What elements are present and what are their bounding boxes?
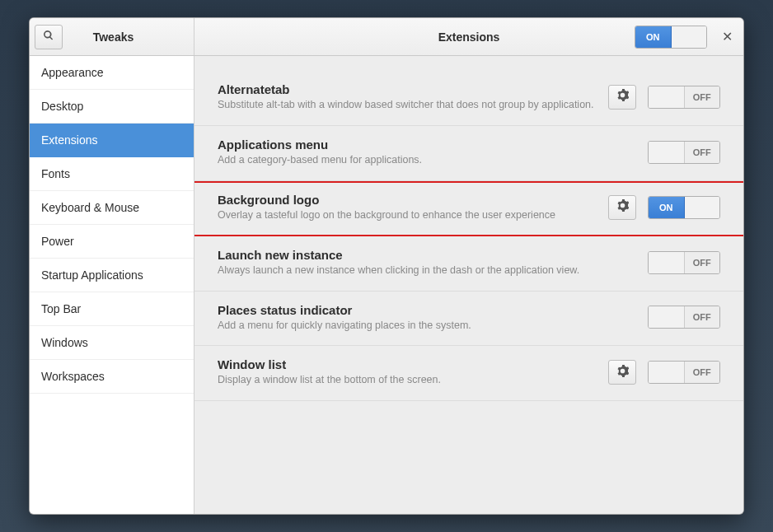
extension-row-background-logo: Background logoOverlay a tasteful logo o… (194, 181, 743, 236)
extensions-master-toggle[interactable]: ON OFF (635, 26, 707, 49)
extension-description: Add a category-based menu for applicatio… (218, 153, 636, 167)
sidebar-item-workspaces[interactable]: Workspaces (30, 360, 194, 394)
header-left: Tweaks (30, 18, 194, 55)
extension-toggle[interactable]: ONOFF (648, 251, 720, 274)
toggle-off-label: OFF (672, 26, 707, 48)
extension-toggle[interactable]: ONOFF (648, 196, 720, 219)
extension-toggle[interactable]: ONOFF (648, 306, 720, 329)
extension-row-window-list: Window listDisplay a window list at the … (194, 346, 743, 401)
extension-description: Add a menu for quickly navigating places… (218, 319, 636, 333)
extension-info: AlternatetabSubstitute alt-tab with a wi… (218, 82, 597, 112)
toggle-on-label: ON (649, 197, 685, 218)
sidebar-item-appearance[interactable]: Appearance (30, 56, 194, 90)
extension-info: Applications menuAdd a category-based me… (218, 138, 636, 167)
gear-icon (616, 199, 629, 215)
toggle-off-label: OFF (684, 306, 720, 328)
extension-description: Substitute alt-tab with a window based s… (218, 98, 597, 112)
toggle-off-label: OFF (684, 362, 720, 383)
extension-title: Window list (218, 357, 597, 371)
sidebar-item-keyboard-mouse[interactable]: Keyboard & Mouse (30, 191, 194, 225)
toggle-off-label: OFF (684, 142, 720, 163)
close-button[interactable]: ✕ (717, 27, 737, 47)
toggle-off-label: OFF (684, 86, 720, 108)
extension-row-applications-menu: Applications menuAdd a category-based me… (194, 126, 743, 181)
toggle-on-label: ON (649, 142, 684, 163)
extension-info: Places status indicatorAdd a menu for qu… (218, 303, 636, 333)
sidebar-item-label: Appearance (41, 66, 104, 79)
sidebar-item-power[interactable]: Power (30, 225, 194, 259)
extension-title: Background logo (218, 193, 597, 207)
toggle-on-label: ON (635, 26, 672, 48)
sidebar-item-label: Power (41, 235, 74, 248)
sidebar-item-label: Fonts (41, 167, 70, 180)
sidebar-item-fonts[interactable]: Fonts (30, 157, 194, 191)
sidebar-item-label: Workspaces (41, 370, 105, 383)
extension-title: Launch new instance (218, 248, 636, 262)
app-title: Tweaks (38, 30, 189, 44)
sidebar-item-label: Top Bar (41, 302, 81, 315)
extension-title: Applications menu (218, 138, 636, 152)
header-controls: ON OFF ✕ (635, 26, 737, 49)
close-icon: ✕ (722, 29, 733, 44)
toggle-on-label: ON (649, 252, 684, 273)
sidebar-item-extensions[interactable]: Extensions (30, 124, 194, 157)
extensions-content: AlternatetabSubstitute alt-tab with a wi… (194, 56, 743, 514)
extension-info: Launch new instanceAlways launch a new i… (218, 248, 636, 278)
extension-info: Window listDisplay a window list at the … (218, 357, 597, 387)
toggle-on-label: ON (649, 306, 684, 328)
sidebar-item-label: Keyboard & Mouse (41, 201, 139, 214)
sidebar-item-desktop[interactable]: Desktop (30, 90, 194, 124)
extension-title: Places status indicator (218, 303, 636, 317)
extension-row-alternatetab: AlternatetabSubstitute alt-tab with a wi… (194, 71, 743, 126)
toggle-off-label: OFF (685, 197, 720, 218)
sidebar-item-label: Windows (41, 336, 88, 349)
extension-settings-button[interactable] (608, 195, 636, 220)
sidebar-item-top-bar[interactable]: Top Bar (30, 292, 194, 326)
extension-description: Always launch a new instance when clicki… (218, 264, 636, 278)
sidebar-item-startup-applications[interactable]: Startup Applications (30, 259, 194, 292)
gear-icon (616, 365, 629, 380)
extension-title: Alternatetab (218, 82, 597, 96)
toggle-on-label: ON (649, 86, 684, 108)
gear-icon (616, 89, 629, 105)
sidebar-item-label: Desktop (41, 100, 83, 113)
sidebar-item-windows[interactable]: Windows (30, 326, 194, 360)
headerbar: Tweaks Extensions ON OFF ✕ (30, 18, 743, 56)
extension-description: Overlay a tasteful logo on the backgroun… (218, 208, 597, 222)
header-right: Extensions ON OFF ✕ (194, 18, 743, 55)
extension-settings-button[interactable] (608, 85, 636, 110)
tweaks-window: Tweaks Extensions ON OFF ✕ AppearanceDes… (29, 17, 744, 515)
extension-toggle[interactable]: ONOFF (648, 361, 720, 384)
extension-info: Background logoOverlay a tasteful logo o… (218, 193, 597, 222)
window-body: AppearanceDesktopExtensionsFontsKeyboard… (30, 56, 743, 514)
extension-toggle[interactable]: ONOFF (648, 141, 720, 164)
extension-row-launch-new-instance: Launch new instanceAlways launch a new i… (194, 236, 743, 292)
extension-toggle[interactable]: ONOFF (648, 86, 720, 109)
toggle-on-label: ON (649, 362, 684, 383)
sidebar-item-label: Startup Applications (41, 268, 143, 282)
sidebar-item-label: Extensions (41, 133, 97, 147)
sidebar: AppearanceDesktopExtensionsFontsKeyboard… (30, 56, 194, 514)
extension-row-places-status-indicator: Places status indicatorAdd a menu for qu… (194, 292, 743, 347)
extension-settings-button[interactable] (608, 360, 636, 385)
toggle-off-label: OFF (684, 252, 720, 273)
extension-description: Display a window list at the bottom of t… (218, 373, 597, 387)
